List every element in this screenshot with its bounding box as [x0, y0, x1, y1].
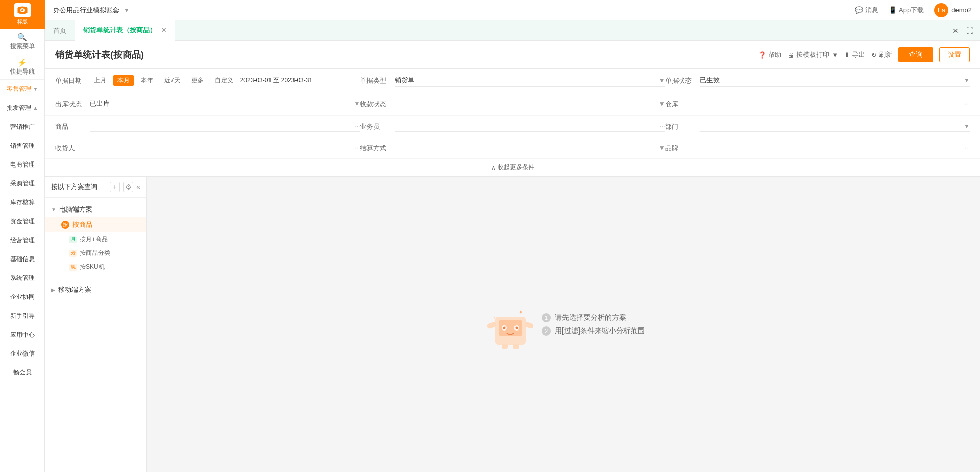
- message-button[interactable]: 💬 消息: [855, 6, 878, 15]
- collapse-filters-button[interactable]: ∧ 收起更多条件: [45, 159, 980, 176]
- query-button[interactable]: 查询: [898, 47, 933, 62]
- brand-value[interactable]: ···: [700, 143, 970, 153]
- industry-dropdown[interactable]: ▼: [124, 7, 130, 14]
- sidebar-item-inventory[interactable]: 库存核算: [0, 193, 44, 212]
- sidebar-item-marketing[interactable]: 营销推广: [0, 117, 44, 136]
- goods-category-icon: 分: [69, 250, 77, 257]
- sidebar-item-ecommerce[interactable]: 电商管理: [0, 155, 44, 174]
- filter-doc-type: 单据类型 销货单 ▼: [360, 74, 665, 87]
- tab-sales-stats[interactable]: 销货单统计表（按商品） ✕: [75, 20, 175, 41]
- tree-sub-month-goods[interactable]: 月 按月+商品: [45, 232, 146, 246]
- month-goods-label: 按月+商品: [80, 235, 108, 244]
- sidebar-quicknav[interactable]: ⚡ 快捷导航: [0, 55, 44, 80]
- filter-row-3: 商品 ··· 业务员 ··· 部门: [45, 116, 980, 137]
- tree-mobile-header[interactable]: ▶ 移动端方案: [45, 282, 146, 297]
- tree-desktop-section: ▼ 电脑端方案 按 按商品 月 按月+商品 分 按商: [45, 198, 146, 278]
- date-prev-month[interactable]: 上月: [90, 75, 110, 86]
- department-label: 部门: [665, 122, 696, 131]
- message-icon: 💬: [855, 6, 863, 14]
- tab-close-all-button[interactable]: ✕: [949, 25, 962, 37]
- tab-close-icon[interactable]: ✕: [161, 27, 166, 34]
- date-this-year[interactable]: 本年: [137, 75, 157, 86]
- filter-row-4: 收货人 ··· 结算方式 ▼ 品牌: [45, 137, 980, 159]
- by-sku-label: 按SKU机: [80, 263, 105, 271]
- goods-value[interactable]: ···: [90, 121, 360, 132]
- right-content: ✦ ✦ 1 请先选择要分析的方案 2 用[过滤]条件来缩小分析范围: [147, 177, 980, 472]
- tree-desktop-header[interactable]: ▼ 电脑端方案: [45, 202, 146, 217]
- app-icon: 📱: [889, 6, 897, 14]
- add-scheme-button[interactable]: +: [110, 182, 120, 192]
- svg-point-7: [516, 327, 518, 329]
- sidebar-item-operation[interactable]: 经营管理: [0, 231, 44, 250]
- sidebar-item-retail[interactable]: 零售管理 ▼: [0, 80, 44, 99]
- goods-label: 商品: [55, 122, 86, 131]
- warehouse-value[interactable]: ···: [700, 99, 970, 109]
- sidebar-item-enterprise[interactable]: 企业协同: [0, 288, 44, 306]
- logo-text: 标版: [17, 18, 28, 26]
- warehouse-status-value[interactable]: 已出库 ▼: [90, 98, 360, 110]
- filter-panel: 单据日期 上月 本月 本年 近7天 更多 自定义 2023-03-01 至 20…: [45, 69, 980, 177]
- tab-expand-button[interactable]: ⛶: [964, 25, 976, 37]
- sidebar-search[interactable]: 🔍 搜索菜单: [0, 29, 44, 55]
- export-button[interactable]: ⬇ 导出: [844, 50, 865, 59]
- date-more[interactable]: 更多: [187, 75, 208, 86]
- payment-status-label: 收款状态: [360, 100, 390, 109]
- tree-sub-goods-category[interactable]: 分 按商品分类: [45, 246, 146, 260]
- app-download-button[interactable]: 📱 App下载: [889, 6, 924, 15]
- tab-home[interactable]: 首页: [45, 20, 75, 41]
- filter-department: 部门 ▼: [665, 121, 970, 132]
- consignee-value[interactable]: ···: [90, 143, 360, 153]
- print-dropdown-icon: ▼: [831, 51, 838, 59]
- left-panel: 按以下方案查询 + ⚙ « ▼ 电脑端方案 按: [45, 177, 147, 472]
- tree-item-by-goods[interactable]: 按 按商品: [45, 217, 146, 232]
- payment-status-dropdown-icon: ▼: [659, 100, 665, 107]
- empty-tip-1: 1 请先选择要分析的方案: [542, 313, 645, 322]
- date-custom[interactable]: 自定义: [211, 75, 237, 86]
- salesperson-label: 业务员: [360, 122, 390, 131]
- tree-mobile-section: ▶ 移动端方案: [45, 278, 146, 301]
- sidebar-item-newguide[interactable]: 新手引导: [0, 306, 44, 325]
- sidebar-item-wechat[interactable]: 企业微信: [0, 344, 44, 363]
- brand-more-icon: ···: [965, 144, 970, 151]
- svg-rect-8: [502, 344, 508, 349]
- sidebar-item-member[interactable]: 畅会员: [0, 363, 44, 382]
- department-value[interactable]: ▼: [700, 121, 970, 132]
- sidebar-item-purchase[interactable]: 采购管理: [0, 174, 44, 193]
- payment-method-value[interactable]: ▼: [395, 143, 665, 153]
- empty-tip-2: 2 用[过滤]条件来缩小分析范围: [542, 326, 645, 336]
- by-sku-icon: 规: [69, 264, 77, 271]
- settings-button[interactable]: 设置: [939, 47, 970, 62]
- filter-consignee: 收货人 ···: [55, 143, 360, 153]
- page-title: 销货单统计表(按商品): [55, 49, 144, 67]
- sidebar-item-sales[interactable]: 销售管理: [0, 136, 44, 155]
- sidebar-item-apps[interactable]: 应用中心: [0, 325, 44, 344]
- sidebar-item-basic[interactable]: 基础信息: [0, 250, 44, 269]
- doc-status-value[interactable]: 已生效 ▼: [700, 74, 970, 87]
- tip2-text: 用[过滤]条件来缩小分析范围: [555, 326, 645, 336]
- doc-type-value[interactable]: 销货单 ▼: [395, 74, 665, 87]
- payment-status-value[interactable]: ▼: [395, 99, 665, 109]
- salesperson-value[interactable]: ···: [395, 121, 665, 132]
- topbar-left: 办公用品行业模拟账套 ▼: [53, 6, 130, 15]
- sidebar-item-finance[interactable]: 资金管理: [0, 212, 44, 231]
- help-button[interactable]: ❓ 帮助: [758, 50, 781, 59]
- sidebar-item-system[interactable]: 系统管理: [0, 269, 44, 288]
- tabbar: 首页 销货单统计表（按商品） ✕ ✕ ⛶: [45, 20, 980, 41]
- date-7days[interactable]: 近7天: [160, 75, 184, 86]
- print-button[interactable]: 🖨 按模板打印 ▼: [788, 50, 838, 59]
- user-menu[interactable]: Ea demo2: [934, 3, 972, 17]
- refresh-button[interactable]: ↻ 刷新: [871, 50, 892, 59]
- scheme-settings-button[interactable]: ⚙: [123, 182, 133, 192]
- svg-text:✦: ✦: [493, 316, 496, 320]
- filter-row-2: 出库状态 已出库 ▼ 收款状态 ▼ 仓库: [45, 92, 980, 116]
- empty-illustration: ✦ ✦: [482, 299, 533, 350]
- industry-title: 办公用品行业模拟账套: [53, 6, 119, 15]
- collapse-panel-button[interactable]: «: [136, 183, 140, 191]
- content-actions: ❓ 帮助 🖨 按模板打印 ▼ ⬇ 导出 ↻ 刷新 查询 设置: [758, 47, 970, 68]
- logo-icon: [14, 3, 31, 17]
- content: 销货单统计表(按商品) ❓ 帮助 🖨 按模板打印 ▼ ⬇ 导出 ↻ 刷新: [45, 41, 980, 472]
- date-this-month[interactable]: 本月: [113, 75, 134, 86]
- sidebar-item-wholesale[interactable]: 批发管理 ▲: [0, 99, 44, 117]
- tree-sub-by-sku[interactable]: 规 按SKU机: [45, 260, 146, 274]
- avatar: Ea: [934, 3, 948, 17]
